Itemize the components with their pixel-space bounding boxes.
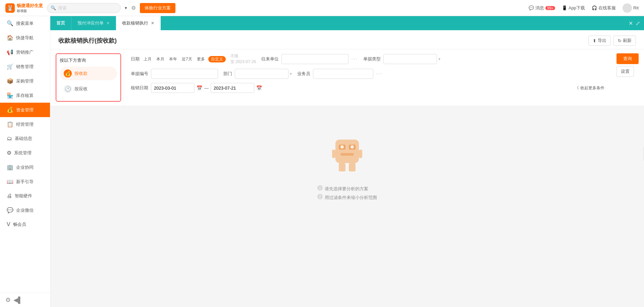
sidebar-label: 资金管理 <box>16 107 34 113</box>
sidebar-item-basic-info[interactable]: 🗂 基础信息 <box>0 132 50 146</box>
sidebar-item-operation[interactable]: 📋 经营管理 <box>0 117 50 132</box>
filter-option-by-receivable[interactable]: 🕐 按应收 <box>60 82 117 96</box>
date-no-limit: 不限 <box>230 53 256 59</box>
tab-prepay[interactable]: 预付冲应付单 ✕ <box>71 16 116 30</box>
filter-row-2: 单据编号 部门 ▾ 业务员 ··· <box>131 69 604 79</box>
calendar-end-icon[interactable]: 📅 <box>256 85 262 91</box>
salesman-dots-icon[interactable]: ··· <box>376 71 382 77</box>
svg-rect-7 <box>349 163 356 171</box>
query-button[interactable]: 查询 <box>616 53 639 64</box>
search-menu-icon: 🔍 <box>7 20 13 27</box>
sidebar-label: 搜索菜单 <box>16 20 34 27</box>
doc-type-label: 单据类型 <box>363 56 381 62</box>
calendar-start-icon[interactable]: 📅 <box>197 85 202 91</box>
partner-input[interactable] <box>281 54 348 64</box>
sidebar: 🔍 搜索菜单 🏠 快捷导航 📢 营销推广 🛒 销售管理 📦 采购管理 🏪 库存核… <box>0 16 50 307</box>
date-tab-this-year[interactable]: 本年 <box>168 56 178 63</box>
date-tab-this-month[interactable]: 本月 <box>155 56 166 63</box>
export-button[interactable]: ⬆ 导出 <box>588 36 611 46</box>
filter-option-by-receipt[interactable]: 💰 按收款 <box>60 67 117 80</box>
main-area: 首页 预付冲应付单 ✕ 收款核销执行 ✕ ✕ ⤢ 收款核销执行(按收款) ⬆ 导… <box>50 16 644 307</box>
voucher-no-input[interactable] <box>151 69 218 79</box>
verify-date-field: 核销日期 📅 — 📅 <box>131 83 262 93</box>
expand-tab-icon[interactable]: ⤢ <box>636 20 640 27</box>
search-bar[interactable]: 🔍 搜索 <box>47 3 121 13</box>
sidebar-item-member[interactable]: V 畅会员 <box>0 217 50 232</box>
hardware-icon: 🖨 <box>7 193 12 199</box>
sidebar-item-hardware[interactable]: 🖨 智能硬件 <box>0 189 50 203</box>
tab-close-receipt[interactable]: ✕ <box>151 21 154 25</box>
sidebar-item-search-menu[interactable]: 🔍 搜索菜单 <box>0 16 50 31</box>
date-tab-custom[interactable]: 自定义 <box>208 56 226 62</box>
tab-close-prepay[interactable]: ✕ <box>106 21 110 25</box>
filter-sidebar-title: 按以下方查询 <box>60 57 117 63</box>
close-all-tabs-icon[interactable]: ✕ <box>629 20 633 27</box>
operation-icon: 📋 <box>7 121 13 127</box>
collapse-sidebar-icon[interactable]: ◀▌ <box>13 296 22 304</box>
setting-button[interactable]: 设置 <box>616 66 634 77</box>
sidebar-label: 快捷导航 <box>16 35 34 41</box>
sidebar-item-enterprise[interactable]: 🏢 企业协同 <box>0 160 50 174</box>
verify-date-label: 核销日期 <box>131 85 148 91</box>
user-info[interactable]: Rit <box>623 3 639 13</box>
sidebar-item-purchase[interactable]: 📦 采购管理 <box>0 74 50 88</box>
svg-rect-4 <box>332 150 335 158</box>
more-filters-button[interactable]: 《 收起更多条件 <box>575 85 604 91</box>
verify-date-range: 📅 — 📅 <box>151 83 262 93</box>
sidebar-item-sales[interactable]: 🛒 销售管理 <box>0 59 50 74</box>
sidebar-item-marketing[interactable]: 📢 营销推广 <box>0 45 50 59</box>
sidebar-item-guide[interactable]: 📖 新手引导 <box>0 174 50 189</box>
sidebar-item-inventory[interactable]: 🏪 库存核算 <box>0 88 50 103</box>
gear-icon[interactable]: ⚙ <box>131 5 136 11</box>
verify-date-end-input[interactable] <box>211 83 254 93</box>
avatar <box>623 3 632 13</box>
verify-date-start-input[interactable] <box>151 83 195 93</box>
sidebar-label: 销售管理 <box>16 64 34 70</box>
doc-type-input[interactable] <box>383 54 437 64</box>
date-filter-tabs: 上月 本月 本年 近7天 更多 自定义 <box>142 56 226 63</box>
settings-bottom-icon[interactable]: ⚙ <box>5 296 11 304</box>
user-name: Rit <box>633 5 639 10</box>
solution-button[interactable]: 体验行业方案 <box>140 3 175 13</box>
dept-input[interactable] <box>235 69 288 79</box>
logo-icon: 🐰 <box>5 3 15 13</box>
tabs-actions: ✕ ⤢ <box>629 20 644 27</box>
sidebar-item-wechat[interactable]: 💬 企业微信 <box>0 203 50 217</box>
date-tab-7days[interactable]: 近7天 <box>180 56 194 63</box>
page-title: 收款核销执行(按收款) <box>58 37 117 45</box>
hint-item-1: 1 请先选择要分析的方案 <box>317 185 377 193</box>
refresh-button[interactable]: ↻ 刷新 <box>613 36 636 46</box>
partner-dots-icon[interactable]: ··· <box>351 56 358 62</box>
fund-icon: 💰 <box>7 107 13 113</box>
member-icon: V <box>7 221 10 227</box>
date-tab-last-month[interactable]: 上月 <box>142 56 153 63</box>
sidebar-label: 采购管理 <box>16 78 34 84</box>
sidebar-item-fund[interactable]: 💰 资金管理 <box>0 103 50 117</box>
dropdown-button[interactable]: ▾ <box>125 5 127 10</box>
svg-rect-6 <box>339 163 345 171</box>
filter-form: 日期 上月 本月 本年 近7天 更多 自定义 不限 至 2023-07-26 <box>124 49 611 106</box>
svg-point-9 <box>351 145 354 149</box>
app-download[interactable]: 📱 App下载 <box>562 5 585 11</box>
app-sub: 标准版 <box>17 9 43 13</box>
tabs-bar: 首页 预付冲应付单 ✕ 收款核销执行 ✕ ✕ ⤢ <box>50 16 644 30</box>
salesman-input[interactable] <box>313 69 373 79</box>
sidebar-item-quick-nav[interactable]: 🏠 快捷导航 <box>0 31 50 45</box>
filter-option-label: 按收款 <box>74 70 88 76</box>
wechat-icon: 💬 <box>7 207 13 213</box>
headset-icon: 🎧 <box>592 5 597 10</box>
empty-illustration <box>325 133 369 178</box>
online-service[interactable]: 🎧 在线客服 <box>592 5 616 11</box>
content-area: 收款核销执行(按收款) ⬆ 导出 ↻ 刷新 按以下方查询 <box>50 30 644 307</box>
voucher-no-label: 单据编号 <box>131 71 148 77</box>
search-icon: 🔍 <box>51 5 56 10</box>
date-tab-more[interactable]: 更多 <box>196 56 206 63</box>
sidebar-label: 畅会员 <box>13 221 26 227</box>
message-badge[interactable]: 💬 消息 99+ <box>529 5 555 11</box>
sys-mgr-icon: ⚙ <box>7 150 11 156</box>
sidebar-item-sys-mgr[interactable]: ⚙ 系统管理 <box>0 146 50 160</box>
tab-home[interactable]: 首页 <box>50 16 71 30</box>
tab-receipt-verify[interactable]: 收款核销执行 ✕ <box>116 16 161 30</box>
enterprise-icon: 🏢 <box>7 164 13 170</box>
salesman-label: 业务员 <box>297 71 310 77</box>
